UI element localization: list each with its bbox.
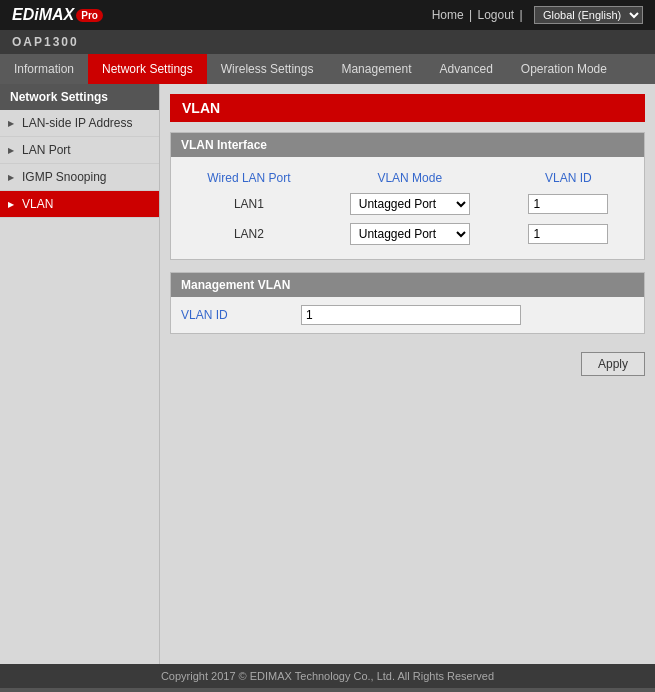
logout-link[interactable]: Logout [478,8,515,22]
footer: Copyright 2017 © EDIMAX Technology Co., … [0,664,655,688]
lan2-mode-cell: Untagged Port Tagged Port Not Member [317,219,503,249]
apply-button[interactable]: Apply [581,352,645,376]
vlan-interface-header: VLAN Interface [171,133,644,157]
header-links: Home | Logout | Global (English) [432,6,643,24]
nav-bar: Information Network Settings Wireless Se… [0,54,655,84]
lan2-label: LAN2 [181,219,317,249]
nav-item-operation-mode[interactable]: Operation Mode [507,54,621,84]
lan1-mode-select[interactable]: Untagged Port Tagged Port Not Member [350,193,470,215]
logo-max: MAX [39,6,75,23]
sidebar-item-vlan[interactable]: VLAN [0,191,159,218]
sidebar-item-lan-port[interactable]: LAN Port [0,137,159,164]
col-wired-lan: Wired LAN Port [181,167,317,189]
management-vlan-header: Management VLAN [171,273,644,297]
device-bar: OAP1300 [0,30,655,54]
vlan-interface-table: Wired LAN Port VLAN Mode VLAN ID LAN1 Un… [181,167,634,249]
mgmt-vlan-id-input[interactable] [301,305,521,325]
lan2-mode-select[interactable]: Untagged Port Tagged Port Not Member [350,223,470,245]
lan1-vlanid-cell [503,189,634,219]
nav-item-management[interactable]: Management [327,54,425,84]
device-id: OAP1300 [12,35,79,49]
lan1-label: LAN1 [181,189,317,219]
lan1-mode-cell: Untagged Port Tagged Port Not Member [317,189,503,219]
logo-text: EDiMAX [12,6,74,24]
col-vlan-mode: VLAN Mode [317,167,503,189]
logo-edi: EDi [12,6,39,23]
page-title: VLAN [170,94,645,122]
management-vlan-section: Management VLAN VLAN ID [170,272,645,334]
header: EDiMAX Pro Home | Logout | Global (Engli… [0,0,655,30]
lan2-vlanid-input[interactable] [528,224,608,244]
nav-item-advanced[interactable]: Advanced [425,54,506,84]
management-vlan-row: VLAN ID [171,297,644,333]
table-row: LAN1 Untagged Port Tagged Port Not Membe… [181,189,634,219]
sidebar-title: Network Settings [0,84,159,110]
mgmt-vlan-id-label: VLAN ID [181,308,301,322]
nav-item-wireless-settings[interactable]: Wireless Settings [207,54,328,84]
vlan-interface-content: Wired LAN Port VLAN Mode VLAN ID LAN1 Un… [171,157,644,259]
home-link[interactable]: Home [432,8,464,22]
language-select[interactable]: Global (English) [534,6,643,24]
table-row: LAN2 Untagged Port Tagged Port Not Membe… [181,219,634,249]
logo: EDiMAX Pro [12,6,103,24]
sidebar-item-lan-side-ip[interactable]: LAN-side IP Address [0,110,159,137]
sidebar-item-igmp-snooping[interactable]: IGMP Snooping [0,164,159,191]
logo-badge: Pro [76,9,103,22]
sidebar: Network Settings LAN-side IP Address LAN… [0,84,160,664]
nav-item-information[interactable]: Information [0,54,88,84]
content-area: VLAN VLAN Interface Wired LAN Port VLAN … [160,84,655,664]
lan1-vlanid-input[interactable] [528,194,608,214]
col-vlan-id: VLAN ID [503,167,634,189]
main-container: Network Settings LAN-side IP Address LAN… [0,84,655,664]
apply-row: Apply [170,346,645,382]
lan2-vlanid-cell [503,219,634,249]
footer-text: Copyright 2017 © EDIMAX Technology Co., … [161,670,494,682]
vlan-interface-section: VLAN Interface Wired LAN Port VLAN Mode … [170,132,645,260]
nav-item-network-settings[interactable]: Network Settings [88,54,207,84]
